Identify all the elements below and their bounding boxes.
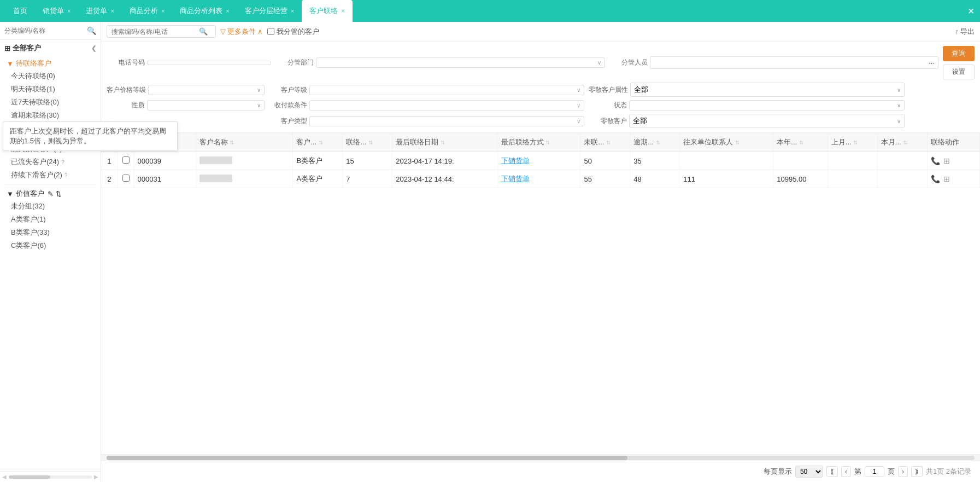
- window-close-button[interactable]: ✕: [967, 6, 975, 16]
- nature-dropdown[interactable]: ∨: [147, 100, 265, 111]
- sidebar-item-7days-pending[interactable]: 近7天待联络(0): [0, 96, 101, 109]
- page-number-input[interactable]: [865, 466, 884, 477]
- th-last-contact-method[interactable]: 最后联络方式 ⇅: [497, 133, 580, 152]
- row-checkbox[interactable]: [122, 175, 130, 182]
- tooltip: 距客户上次交易时长，超过了此客户的平均交易周期的1.5倍，则视为异常。: [3, 121, 178, 151]
- action-buttons: 查询 设置: [943, 46, 975, 79]
- qr-icon[interactable]: ⊞: [943, 156, 950, 165]
- data-table-container: ⚙ 客户编码 ⇅ 客户名称 ⇅ 客户...: [101, 133, 980, 454]
- nav-product-analysis-list[interactable]: 商品分析列表 ×: [172, 0, 237, 22]
- th-this-month[interactable]: 本月... ⇅: [877, 133, 927, 152]
- th-overdue[interactable]: 逾期... ⇅: [630, 133, 680, 152]
- retail-customer-dropdown[interactable]: 全部 ∨: [629, 114, 905, 128]
- sidebar-item-class-c[interactable]: C类客户(6): [0, 239, 101, 252]
- payment-terms-dropdown[interactable]: ∨: [309, 100, 585, 111]
- sidebar-item-ungrouped[interactable]: 未分组(32): [0, 200, 101, 213]
- phone-icon[interactable]: 📞: [931, 156, 940, 165]
- sidebar-search-area: 🔍: [0, 22, 101, 40]
- scroll-right-icon[interactable]: ▶: [94, 474, 98, 480]
- close-icon[interactable]: ×: [67, 8, 71, 14]
- manager-input[interactable]: ···: [650, 56, 938, 69]
- close-icon[interactable]: ×: [110, 8, 114, 14]
- query-button[interactable]: 查询: [943, 46, 975, 61]
- qr-icon[interactable]: ⊞: [943, 175, 950, 183]
- sort-icon[interactable]: ⇅: [56, 190, 62, 198]
- customer-type-dropdown[interactable]: ∨: [309, 116, 585, 126]
- nav-customer-contact[interactable]: 客户联络 ×: [302, 0, 352, 22]
- close-icon[interactable]: ×: [226, 8, 229, 14]
- table-row: 1 000039 B类客户 15 2023-04-17 14:19: 下销货单: [101, 152, 980, 170]
- sort-icon: ⇅: [441, 140, 445, 146]
- td-contact-person: [680, 152, 773, 170]
- nav-home[interactable]: 首页: [5, 0, 35, 22]
- td-this-year: [773, 152, 828, 170]
- contact-method-link[interactable]: 下销货单: [501, 175, 530, 183]
- per-page-select[interactable]: 50 100 200: [795, 466, 823, 478]
- filter-search-input[interactable]: [112, 28, 199, 36]
- sidebar: 🔍 ⊞ 全部客户 ❮ ▼ 待联络客户 今天待联络(0) 明天待联络(1) 近7天…: [0, 22, 101, 482]
- nav-sales-order[interactable]: 销货单 ×: [35, 0, 78, 22]
- th-uncontacted[interactable]: 未联... ⇅: [580, 133, 630, 152]
- td-contact-person: 111: [680, 170, 773, 188]
- td-num: 1: [101, 152, 118, 170]
- advanced-filters: 电话号码 分管部门 ∨ 分管人员 ···: [101, 42, 980, 133]
- sidebar-group-pending-contact[interactable]: ▼ 待联络客户: [0, 56, 101, 69]
- td-customer-type: B类客户: [293, 152, 343, 170]
- th-customer-name[interactable]: 客户名称 ⇅: [196, 133, 293, 152]
- my-customers-checkbox[interactable]: [267, 28, 274, 35]
- sidebar-item-class-a[interactable]: A类客户(1): [0, 213, 101, 226]
- collapse-icon: ❮: [91, 45, 96, 52]
- customer-grade-dropdown[interactable]: ∨: [309, 85, 585, 95]
- last-page-button[interactable]: ⟫: [911, 466, 923, 477]
- first-page-button[interactable]: ⟪: [826, 466, 838, 477]
- nav-product-analysis[interactable]: 商品分析 ×: [122, 0, 172, 22]
- sidebar-item-declining[interactable]: 持续下滑客户(2) ?: [0, 169, 101, 182]
- my-customers-checkbox-area: 我分管的客户: [267, 27, 319, 37]
- sidebar-item-tomorrow-pending[interactable]: 明天待联络(1): [0, 83, 101, 96]
- close-icon[interactable]: ×: [341, 8, 344, 14]
- close-icon[interactable]: ×: [161, 8, 165, 14]
- sidebar-item-today-pending[interactable]: 今天待联络(0): [0, 69, 101, 83]
- price-level-dropdown[interactable]: ∨: [148, 85, 265, 95]
- phone-input[interactable]: [147, 61, 271, 65]
- filter-price-level: 客户价格等级 ∨: [107, 85, 265, 95]
- td-num: 2: [101, 170, 118, 188]
- td-name: [196, 152, 293, 170]
- sidebar-all-customers[interactable]: ⊞ 全部客户 ❮: [0, 40, 101, 56]
- th-last-month[interactable]: 上月... ⇅: [828, 133, 877, 152]
- td-contact-count: 15: [343, 152, 392, 170]
- td-this-year: 10995.00: [773, 170, 828, 188]
- scroll-left-icon[interactable]: ◀: [2, 474, 7, 480]
- th-contact-person[interactable]: 往来单位联系人 ⇅: [680, 133, 773, 152]
- filter-bar: 🔍 ▽ 更多条件 ∧ 我分管的客户 ↑ 导出: [101, 22, 980, 42]
- th-customer-type[interactable]: 客户... ⇅: [293, 133, 343, 152]
- status-dropdown[interactable]: ∨: [629, 100, 905, 111]
- setting-button[interactable]: 设置: [943, 65, 975, 79]
- td-last-contact-method: 下销货单: [497, 152, 580, 170]
- phone-icon[interactable]: 📞: [931, 175, 940, 183]
- next-page-button[interactable]: ›: [898, 466, 908, 477]
- close-icon[interactable]: ×: [291, 8, 294, 14]
- prev-page-button[interactable]: ‹: [841, 466, 851, 477]
- sidebar-item-overdue-pending[interactable]: 逾期未联络(30): [0, 109, 101, 122]
- search-icon: 🔍: [199, 27, 208, 36]
- th-this-year[interactable]: 本年... ⇅: [773, 133, 828, 152]
- sidebar-item-churned[interactable]: 已流失客户(24) ?: [0, 155, 101, 169]
- department-dropdown[interactable]: ∨: [316, 57, 605, 68]
- th-last-contact-date[interactable]: 最后联络日期 ⇅: [392, 133, 497, 152]
- retail-attr-dropdown[interactable]: 全部 ∨: [630, 83, 905, 97]
- sidebar-item-class-b[interactable]: B类客户(33): [0, 226, 101, 239]
- th-contact-count[interactable]: 联络... ⇅: [343, 133, 392, 152]
- more-filters-button[interactable]: ▽ 更多条件 ∧: [220, 27, 263, 37]
- edit-icon[interactable]: ✎: [48, 190, 54, 198]
- sidebar-search-input[interactable]: [4, 27, 87, 34]
- nav-purchase-order[interactable]: 进货单 ×: [78, 0, 121, 22]
- horizontal-scrollbar[interactable]: [101, 454, 980, 461]
- contact-method-link[interactable]: 下销货单: [501, 156, 530, 165]
- sort-icon: ⇅: [368, 140, 373, 146]
- nav-customer-segment[interactable]: 客户分层经营 ×: [237, 0, 302, 22]
- row-checkbox[interactable]: [122, 156, 130, 164]
- sidebar-value-customer-group[interactable]: ▼ 价值客户 ✎ ⇅: [0, 187, 101, 200]
- name-blur: [199, 156, 232, 164]
- export-button[interactable]: ↑ 导出: [955, 27, 975, 37]
